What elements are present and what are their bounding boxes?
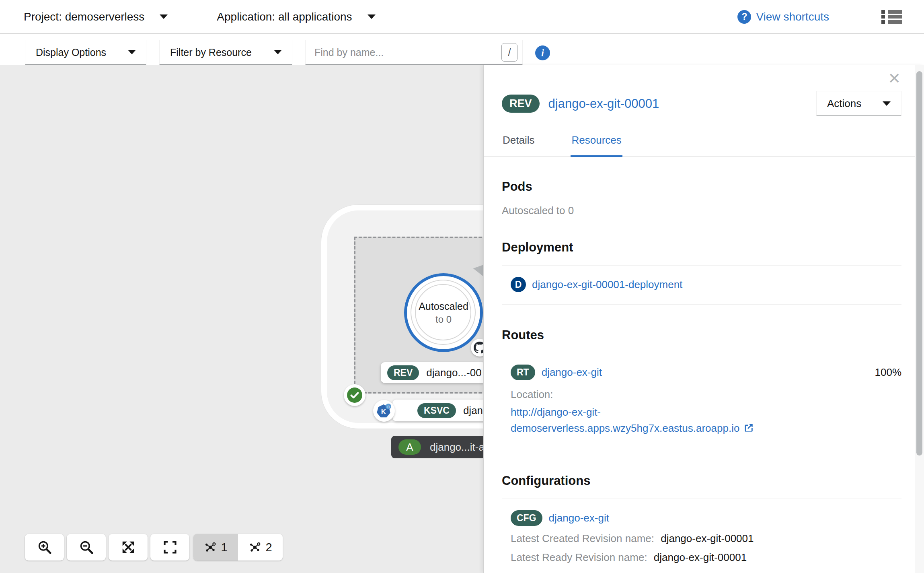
service-node-label[interactable]: KSVC django-ex [392, 400, 487, 421]
keyboard-shortcut-badge: / [501, 43, 517, 62]
project-dropdown[interactable]: Project: demoserverless [24, 10, 168, 23]
knative-n-letter: n [387, 404, 390, 409]
deployment-heading: Deployment [502, 240, 901, 255]
panel-scrollbar-track [915, 65, 924, 573]
tab-resources[interactable]: Resources [571, 134, 622, 157]
layout-2-button[interactable]: 2 [238, 534, 283, 561]
chevron-down-icon [274, 50, 281, 54]
external-link-icon [743, 421, 754, 437]
pods-heading: Pods [502, 179, 901, 194]
latest-created-revision-label: Latest Created Revision name: [511, 532, 654, 544]
filter-by-resource-label: Filter by Resource [170, 47, 252, 58]
revision-node[interactable]: Autoscaled to 0 [404, 273, 483, 352]
list-icon-row [881, 15, 902, 19]
rev-badge: REV [502, 95, 540, 113]
info-icon[interactable]: i [535, 45, 550, 60]
rt-badge: RT [511, 365, 535, 380]
chevron-down-icon [883, 101, 891, 106]
layout-1-label: 1 [221, 541, 227, 554]
topology-layout-icon [204, 541, 217, 554]
rev-badge: REV [387, 365, 419, 380]
zoom-out-icon [79, 540, 94, 555]
chevron-down-icon [368, 14, 376, 19]
panel-header: REV django-ex-git-00001 Actions [502, 91, 901, 116]
revision-label-text: django...-00 [426, 367, 481, 379]
tab-details[interactable]: Details [502, 134, 535, 157]
deployment-link[interactable]: django-ex-git-00001-deployment [532, 278, 682, 291]
knative-logo-decorator[interactable]: K n [373, 400, 395, 422]
filter-by-resource-dropdown[interactable]: Filter by Resource [159, 40, 292, 65]
expand-arrows-icon [121, 540, 136, 555]
panel-scrollbar-thumb[interactable] [916, 71, 922, 456]
panel-body: Pods Autoscaled to 0 Deployment D django… [484, 157, 924, 573]
topology-layout-icon [248, 541, 261, 554]
success-status-decorator [344, 384, 365, 406]
list-view-icon[interactable] [881, 9, 902, 25]
route-link[interactable]: django-ex-git [542, 366, 602, 379]
revision-node-label[interactable]: REV django...-00 [381, 362, 486, 383]
help-icon: ? [737, 10, 751, 24]
route-url-line2: demoserverless.apps.wzy5hg7x.eastus.aroa… [511, 422, 739, 434]
route-item: RT django-ex-git 100% Location: http://d… [502, 353, 901, 450]
fullscreen-button[interactable] [150, 534, 189, 561]
knative-icon: K n [376, 403, 392, 419]
topology-toolbar: Display Options Filter by Resource / i [0, 35, 924, 65]
node-status-line2: to 0 [419, 313, 468, 326]
application-label-text: django...it-ap [430, 441, 488, 453]
configuration-item: CFG django-ex-git Latest Created Revisio… [502, 499, 901, 573]
application-dropdown-label: Application: all applications [217, 10, 352, 23]
deployment-item: D django-ex-git-00001-deployment [502, 265, 901, 305]
application-dropdown[interactable]: Application: all applications [217, 10, 375, 23]
zoom-in-icon [37, 540, 52, 555]
list-icon-row [881, 20, 902, 24]
route-url-link[interactable]: http://django-ex-git- demoserverless.app… [511, 404, 901, 438]
latest-ready-revision-value: django-ex-git-00001 [654, 551, 747, 563]
application-badge: A [398, 439, 421, 455]
page-title: django-ex-git-00001 [548, 97, 816, 111]
panel-tabs: Details Resources [484, 134, 924, 157]
display-options-label: Display Options [36, 47, 106, 58]
deployment-icon: D [511, 277, 526, 292]
route-url-line1: http://django-ex-git- [511, 406, 601, 418]
check-circle-icon [347, 387, 362, 403]
latest-created-revision-value: django-ex-git-00001 [661, 532, 754, 544]
layout-2-label: 2 [265, 541, 272, 554]
layout-toggle: 1 2 [193, 534, 283, 561]
node-status-line1: Autoscaled [419, 300, 468, 313]
application-group-label[interactable]: A django...it-ap [391, 436, 488, 458]
chevron-down-icon [160, 14, 168, 19]
chevron-down-icon [128, 50, 136, 54]
actions-label: Actions [827, 97, 861, 110]
traffic-percentage: 100% [875, 366, 902, 379]
location-label: Location: [511, 388, 901, 401]
view-shortcuts-link[interactable]: ? View shortcuts [737, 10, 829, 24]
top-header: Project: demoserverless Application: all… [0, 0, 924, 34]
routes-heading: Routes [502, 328, 901, 342]
ksvc-badge: KSVC [417, 403, 456, 418]
configurations-heading: Configurations [502, 474, 901, 488]
find-by-name-box: / [305, 40, 523, 65]
project-dropdown-label: Project: demoserverless [24, 10, 144, 23]
list-icon-row [881, 10, 902, 14]
layout-1-button[interactable]: 1 [193, 534, 238, 561]
configuration-link[interactable]: django-ex-git [549, 512, 609, 524]
zoom-out-button[interactable] [67, 534, 106, 561]
knative-k-letter: K [381, 408, 386, 416]
fit-to-screen-button[interactable] [109, 534, 148, 561]
search-input[interactable] [314, 47, 501, 58]
view-shortcuts-label: View shortcuts [756, 10, 829, 23]
latest-ready-revision-label: Latest Ready Revision name: [511, 551, 647, 563]
display-options-dropdown[interactable]: Display Options [25, 40, 146, 65]
pods-status: Autoscaled to 0 [502, 204, 901, 217]
zoom-in-button[interactable] [25, 534, 64, 561]
resource-side-panel: ✕ REV django-ex-git-00001 Actions Detail… [483, 65, 924, 573]
actions-dropdown[interactable]: Actions [816, 91, 901, 116]
cfg-badge: CFG [511, 510, 542, 526]
node-status-text: Autoscaled to 0 [419, 300, 468, 326]
close-icon[interactable]: ✕ [888, 71, 901, 86]
fullscreen-brackets-icon [163, 540, 177, 554]
